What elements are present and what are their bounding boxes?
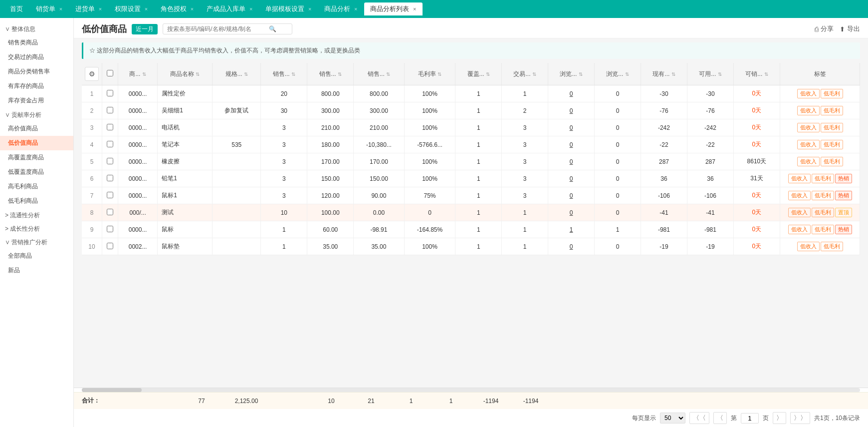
close-icon[interactable]: × — [308, 6, 311, 12]
nav-item-purchase[interactable]: 进货单 × — [69, 2, 108, 15]
sidebar-item-high-coverage[interactable]: 高覆盖度商品 — [0, 150, 73, 165]
browse1-link[interactable]: 0 — [570, 124, 573, 131]
col-browse1[interactable]: 浏览... ⇅ — [548, 63, 595, 85]
date-badge[interactable]: 近一月 — [132, 24, 158, 34]
col-code[interactable]: 商... ⇅ — [118, 63, 158, 85]
sidebar-item-low-margin[interactable]: 低毛利商品 — [0, 194, 73, 208]
row-browse1[interactable]: 0 — [548, 170, 595, 187]
sidebar-item-high-margin[interactable]: 高毛利商品 — [0, 179, 73, 194]
close-icon[interactable]: × — [99, 6, 102, 12]
row-select-checkbox[interactable] — [107, 175, 113, 181]
scrollbar-track[interactable] — [82, 388, 860, 392]
sidebar-item-low-coverage[interactable]: 低覆盖度商品 — [0, 165, 73, 179]
close-icon[interactable]: × — [413, 6, 416, 12]
col-sales-val[interactable]: 销售... ⇅ — [354, 63, 404, 85]
sidebar-section-overall[interactable]: ∨ 整体信息 — [0, 22, 73, 35]
col-available[interactable]: 可用... ⇅ — [687, 63, 733, 85]
browse1-link[interactable]: 0 — [570, 107, 573, 114]
nav-item-home[interactable]: 首页 — [4, 2, 29, 15]
browse1-link[interactable]: 0 — [570, 141, 573, 148]
next-page-button[interactable]: 〉 — [773, 412, 786, 424]
search-icon[interactable]: 🔍 — [269, 25, 276, 32]
nav-item-template[interactable]: 单据模板设置 × — [259, 2, 317, 15]
col-sales-amt[interactable]: 销售... ⇅ — [307, 63, 354, 85]
sidebar-item-new-goods[interactable]: 新品 — [0, 263, 73, 278]
row-browse1[interactable]: 1 — [548, 221, 595, 238]
nav-item-roles[interactable]: 角色授权 × — [155, 2, 200, 15]
col-name[interactable]: 商品名称 ⇅ — [158, 63, 213, 85]
scrollbar-thumb[interactable] — [82, 388, 142, 392]
sidebar-section-growth[interactable]: > 成长性分析 — [0, 222, 73, 235]
col-trade[interactable]: 交易... ⇅ — [502, 63, 548, 85]
row-checkbox[interactable] — [102, 187, 118, 204]
browse1-link[interactable]: 1 — [570, 226, 573, 233]
row-browse1[interactable]: 0 — [548, 204, 595, 221]
nav-item-products-in[interactable]: 产成品入库单 × — [201, 2, 258, 15]
sidebar-item-traded-goods[interactable]: 交易过的商品 — [0, 50, 73, 64]
row-browse1[interactable]: 0 — [548, 119, 595, 136]
sidebar-section-contribution[interactable]: ∨ 贡献率分析 — [0, 108, 73, 121]
browse1-link[interactable]: 0 — [570, 158, 573, 165]
gear-button[interactable]: ⚙ — [85, 67, 99, 81]
sidebar-item-low-value[interactable]: 低价值商品 — [0, 136, 73, 150]
row-checkbox[interactable] — [102, 102, 118, 119]
row-select-checkbox[interactable] — [107, 192, 113, 198]
sidebar-item-sales-goods[interactable]: 销售类商品 — [0, 35, 73, 50]
prev-page-button[interactable]: 〈 — [713, 412, 727, 424]
sidebar-item-all-goods[interactable]: 全部商品 — [0, 249, 73, 263]
sidebar-section-marketing[interactable]: ∨ 营销推广分析 — [0, 235, 73, 249]
browse1-link[interactable]: 0 — [570, 209, 573, 216]
col-browse2[interactable]: 浏览... ⇅ — [595, 63, 641, 85]
row-browse1[interactable]: 0 — [548, 102, 595, 119]
row-browse1[interactable]: 0 — [548, 187, 595, 204]
nav-item-analysis-list[interactable]: 商品分析列表 × — [364, 2, 422, 15]
export-button[interactable]: ⬆ 导出 — [840, 24, 860, 33]
row-select-checkbox[interactable] — [107, 226, 113, 232]
first-page-button[interactable]: 〈〈 — [689, 412, 709, 424]
row-select-checkbox[interactable] — [107, 141, 113, 147]
col-coverage[interactable]: 覆盖... ⇅ — [455, 63, 502, 85]
col-gear[interactable]: ⚙ — [82, 63, 102, 85]
row-browse1[interactable]: 0 — [548, 153, 595, 170]
nav-item-sales[interactable]: 销货单 × — [30, 2, 68, 15]
row-checkbox[interactable] — [102, 119, 118, 136]
col-spec[interactable]: 规格... ⇅ — [213, 63, 261, 85]
row-checkbox[interactable] — [102, 85, 118, 102]
row-checkbox[interactable] — [102, 221, 118, 238]
browse1-link[interactable]: 0 — [570, 243, 573, 250]
row-browse1[interactable]: 0 — [548, 85, 595, 102]
close-icon[interactable]: × — [249, 6, 252, 12]
sidebar-section-liquidity[interactable]: > 流通性分析 — [0, 208, 73, 222]
row-select-checkbox[interactable] — [107, 158, 113, 164]
row-browse1[interactable]: 0 — [548, 136, 595, 153]
close-icon[interactable]: × — [354, 6, 357, 12]
row-checkbox[interactable] — [102, 153, 118, 170]
browse1-link[interactable]: 0 — [570, 175, 573, 182]
sidebar-item-inventory-funds[interactable]: 库存资金占用 — [0, 93, 73, 108]
col-current[interactable]: 现有... ⇅ — [641, 63, 687, 85]
sidebar-item-inventory-goods[interactable]: 有库存的商品 — [0, 79, 73, 93]
close-icon[interactable]: × — [145, 6, 148, 12]
row-select-checkbox[interactable] — [107, 107, 113, 113]
col-sales-qty[interactable]: 销售... ⇅ — [261, 63, 307, 85]
browse1-link[interactable]: 0 — [570, 90, 573, 97]
row-select-checkbox[interactable] — [107, 124, 113, 130]
row-checkbox[interactable] — [102, 170, 118, 187]
row-select-checkbox[interactable] — [107, 243, 113, 249]
col-saleable[interactable]: 可销... ⇅ — [733, 63, 780, 85]
row-checkbox[interactable] — [102, 136, 118, 153]
search-input[interactable] — [167, 25, 267, 32]
col-margin[interactable]: 毛利率 ⇅ — [404, 63, 455, 85]
sidebar-item-high-value[interactable]: 高价值商品 — [0, 121, 73, 136]
page-size-select[interactable]: 50 100 — [660, 413, 685, 424]
row-browse1[interactable]: 0 — [548, 238, 595, 255]
close-icon[interactable]: × — [59, 6, 62, 12]
row-checkbox[interactable] — [102, 204, 118, 221]
row-checkbox[interactable] — [102, 238, 118, 255]
select-all-checkbox[interactable] — [107, 70, 113, 76]
sidebar-item-category-sales[interactable]: 商品分类销售率 — [0, 64, 73, 79]
nav-item-permissions[interactable]: 权限设置 × — [109, 2, 154, 15]
share-button[interactable]: ⎙ 分享 — [815, 24, 834, 33]
browse1-link[interactable]: 0 — [570, 192, 573, 199]
last-page-button[interactable]: 〉〉 — [790, 412, 810, 424]
